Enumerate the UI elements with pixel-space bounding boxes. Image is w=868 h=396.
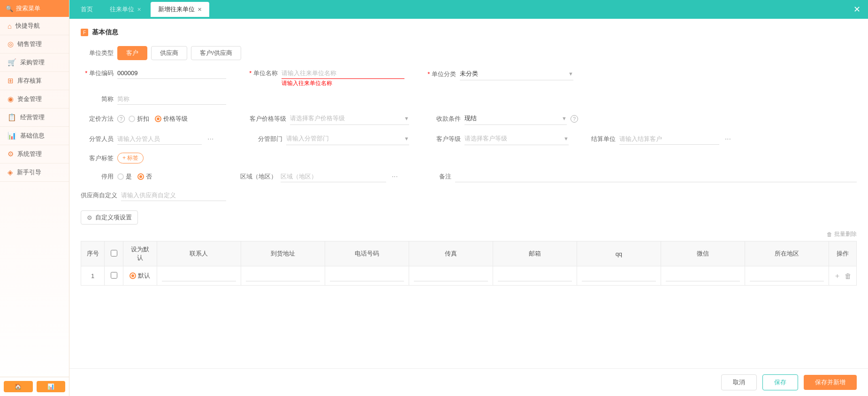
manager-input[interactable] [117, 133, 202, 145]
row-fax-input[interactable] [414, 270, 488, 281]
row-address-input[interactable] [246, 270, 320, 281]
region-more-icon[interactable]: ··· [390, 172, 400, 181]
unit-category-value: 未分类 [460, 70, 478, 78]
search-menu-label: 搜索菜单 [16, 4, 40, 13]
pricing-help-icon[interactable]: ? [117, 115, 125, 123]
tab-new-contact-close[interactable]: ✕ [198, 7, 202, 13]
col-region: 所在地区 [745, 241, 829, 266]
tab-new-contact-label: 新增往来单位 [158, 5, 195, 14]
row-contact-input[interactable] [162, 270, 236, 281]
region-input[interactable] [281, 171, 386, 182]
pricing-method-label: 定价方法 [81, 115, 114, 123]
row-delete-button[interactable]: 🗑 [845, 272, 852, 280]
col-email: 邮箱 [493, 241, 577, 266]
payment-terms-help-icon[interactable]: ? [571, 115, 578, 123]
save-button[interactable]: 保存 [762, 374, 798, 390]
tab-new-contact[interactable]: 新增往来单位 ✕ [151, 2, 209, 17]
sidebar-home-btn[interactable]: 🏠 [4, 381, 33, 392]
radio-no-circle [137, 173, 144, 180]
settlement-unit-more-icon[interactable]: ··· [723, 135, 733, 143]
save-new-button[interactable]: 保存并新增 [804, 375, 857, 390]
sidebar-item-finance[interactable]: ◉ 资金管理 [0, 90, 69, 109]
row-email-input[interactable] [498, 270, 572, 281]
row-contact[interactable] [157, 266, 241, 286]
customer-level-select[interactable]: 请选择客户等级 ▼ [464, 132, 569, 145]
tab-bar-close-all[interactable]: ✕ [850, 4, 864, 15]
row-email[interactable] [493, 266, 577, 286]
cancel-button[interactable]: 取消 [721, 374, 757, 390]
sidebar-item-basic[interactable]: 📊 基础信息 [0, 127, 69, 145]
customer-price-level-placeholder: 请选择客户价格等级 [290, 114, 345, 123]
row-region[interactable] [745, 266, 829, 286]
sidebar-item-label: 资金管理 [17, 95, 42, 103]
radio-no-label: 否 [146, 172, 152, 181]
radio-discount[interactable]: 折扣 [129, 115, 149, 123]
tab-bar: 首页 往来单位 ✕ 新增往来单位 ✕ ✕ [69, 0, 868, 19]
radio-disable-no[interactable]: 否 [137, 172, 152, 181]
payment-terms-select[interactable]: 现结 ▼ [464, 112, 567, 125]
sidebar-item-sales[interactable]: ◎ 销售管理 [0, 35, 69, 54]
row-wechat-input[interactable] [666, 270, 740, 281]
customer-level-label: 客户等级 [428, 135, 461, 143]
unit-type-label: 单位类型 [81, 49, 114, 57]
radio-price-level-label: 价格等级 [163, 115, 188, 123]
radio-price-level-circle [155, 116, 161, 122]
unit-name-input[interactable] [282, 68, 404, 79]
row-fax[interactable] [409, 266, 493, 286]
tab-contacts[interactable]: 往来单位 ✕ [102, 2, 149, 17]
type-btn-customer[interactable]: 客户 [117, 46, 147, 60]
radio-price-level[interactable]: 价格等级 [155, 115, 188, 123]
row-address[interactable] [241, 266, 325, 286]
sidebar-item-guide[interactable]: ◈ 新手引导 [0, 163, 69, 182]
supplier-custom-group: 供应商自定义 [81, 190, 226, 201]
sidebar-item-system[interactable]: ⚙ 系统管理 [0, 145, 69, 163]
sidebar-item-operations[interactable]: 📋 经营管理 [0, 109, 69, 127]
supplier-custom-input[interactable] [121, 190, 226, 201]
sidebar-item-label: 库存核算 [17, 77, 42, 85]
custom-settings-button[interactable]: ⚙ 自定义项设置 [81, 210, 138, 225]
unit-type-group: 单位类型 客户 供应商 客户/供应商 [81, 46, 315, 60]
department-placeholder: 请输入分管部门 [286, 134, 329, 143]
unit-code-input[interactable] [117, 68, 226, 79]
batch-delete-button[interactable]: 🗑 批量删除 [827, 230, 857, 238]
add-tag-button[interactable]: + 标签 [117, 153, 144, 163]
row-action-buttons: ＋ 🗑 [834, 272, 852, 280]
row-wechat[interactable] [661, 266, 745, 286]
tab-home[interactable]: 首页 [73, 2, 100, 17]
payment-terms-chevron: ▼ [562, 116, 567, 121]
department-select[interactable]: 请输入分管部门 ▼ [286, 132, 409, 145]
radio-disable-yes[interactable]: 是 [117, 172, 132, 181]
short-name-input[interactable] [117, 93, 226, 105]
sidebar-item-quick-nav[interactable]: ⌂ 快捷导航 [0, 17, 69, 35]
sidebar-item-inventory[interactable]: ⊞ 库存核算 [0, 72, 69, 90]
unit-category-group: 单位分类 未分类 ▼ [423, 68, 573, 80]
payment-terms-group: 收款条件 现结 ▼ ? [428, 112, 578, 125]
row-add-button[interactable]: ＋ [834, 272, 841, 280]
sidebar-item-purchase[interactable]: 🛒 采购管理 [0, 54, 69, 72]
customer-price-level-label: 客户价格等级 [250, 115, 286, 123]
row-default-radio[interactable]: 默认 [128, 272, 152, 280]
manager-more-icon[interactable]: ··· [206, 135, 215, 143]
unit-type-row: 单位类型 客户 供应商 客户/供应商 [81, 46, 857, 60]
row-checkbox[interactable] [111, 272, 117, 279]
type-btn-both[interactable]: 客户/供应商 [191, 46, 241, 60]
sidebar-item-label: 基础信息 [20, 132, 45, 140]
system-icon: ⚙ [8, 150, 14, 158]
tab-contacts-close[interactable]: ✕ [137, 7, 141, 13]
row-phone[interactable] [325, 266, 409, 286]
select-all-checkbox[interactable] [111, 250, 117, 256]
row-seq: 1 [81, 266, 105, 286]
type-btn-supplier[interactable]: 供应商 [151, 46, 187, 60]
row-qq-input[interactable] [582, 270, 656, 281]
remark-input[interactable] [455, 171, 857, 182]
sidebar-stats-btn[interactable]: 📊 [37, 381, 66, 392]
row-region-input[interactable] [750, 270, 824, 281]
row-phone-input[interactable] [330, 270, 404, 281]
supplier-custom-label: 供应商自定义 [81, 191, 117, 200]
unit-category-select[interactable]: 未分类 ▼ [460, 68, 573, 80]
finance-icon: ◉ [8, 95, 14, 103]
row-qq[interactable] [577, 266, 661, 286]
customer-price-level-select[interactable]: 请选择客户价格等级 ▼ [290, 112, 409, 125]
search-menu-button[interactable]: 🔍 搜索菜单 [0, 0, 69, 17]
settlement-unit-input[interactable] [619, 133, 719, 145]
